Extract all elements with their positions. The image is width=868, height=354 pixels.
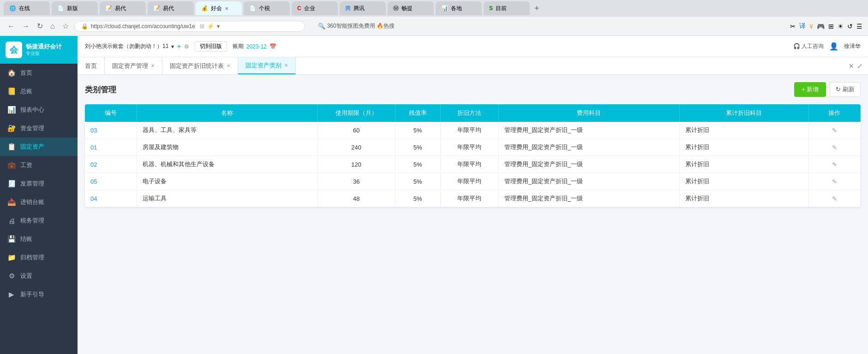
back-button[interactable]: ← [6,20,17,32]
support-link[interactable]: 🎧 人工咨询 [793,42,824,50]
tab-close-4[interactable]: ✕ [225,6,228,11]
maximize-icon[interactable]: ⤢ [857,62,862,70]
sidebar-item-purchase-sales[interactable]: 📥 进销台账 [0,193,78,211]
reload-button[interactable]: ↻ [35,20,45,32]
bookmark-button[interactable]: ☆ [60,20,71,32]
url-display: https://cloud.chanjet.com/accounting/uw1… [91,23,195,30]
scissors-icon[interactable]: ✂ [790,23,796,30]
sidebar-item-invoice[interactable]: 🧾 发票管理 [0,174,78,193]
grid-icon[interactable]: ⊞ [828,23,834,30]
user-name: 刘小艳演示账套（勿删勿动！）11 [85,42,168,50]
tab-depreciation-stats[interactable]: 固定资产折旧统计表 ✕ [162,57,238,74]
table-row: 01 房屋及建筑物 240 5% 年限平均 管理费用_固定资产折旧_一级 累计折… [85,139,861,156]
table-body: 03 器具、工具、家具等 60 5% 年限平均 管理费用_固定资产折旧_一级 累… [85,122,861,207]
brightness-icon[interactable]: ☀ [838,23,844,30]
tax-icon: 🖨 [7,217,16,225]
sidebar-menu: 🏠 首页 📒 总账 📊 报表中心 🔐 资金管理 📋 固定资产 💼 工资 [0,64,78,354]
expand-icon: ⊞ [200,23,204,30]
col-header-accum: 累计折旧科目 [679,104,808,122]
sidebar-logo: 会 畅捷通好会计 专业版 [0,36,78,64]
browser-tab-0[interactable]: 🌐 在线 [4,1,50,15]
dropdown-icon[interactable]: ▾ [217,23,220,30]
account-settings-icon[interactable]: ⚙ [184,43,189,50]
sidebar-item-ledger[interactable]: 📒 总账 [0,82,78,101]
edit-icon-3[interactable]: ✎ [832,178,837,185]
edit-icon-4[interactable]: ✎ [832,195,837,202]
sidebar-item-settings[interactable]: ⚙ 设置 [0,267,78,285]
sidebar-item-reports[interactable]: 📊 报表中心 [0,101,78,119]
sidebar-item-payroll[interactable]: 💼 工资 [0,156,78,174]
close-tab-icon[interactable]: ✕ [849,62,854,70]
col-header-period: 使用期限（月） [317,104,395,122]
tab-close-depreciation-stats[interactable]: ✕ [227,63,230,68]
tab-label-2: 易代 [115,5,126,12]
lightning-icon: ⚡ [207,23,214,30]
browser-tab-9[interactable]: 📊 各地 [436,1,482,15]
main-content: 刘小艳演示账套（勿删勿动！）11 ▾ + ⚙ 切到旧版 账期 2023-12 📅… [78,36,868,354]
tab-home[interactable]: 首页 [78,57,105,74]
tab-asset-category[interactable]: 固定资产类别 ✕ [238,57,296,74]
browser-tab-2[interactable]: 📝 易代 [100,1,146,15]
sidebar-item-closing[interactable]: 💾 结账 [0,230,78,248]
refresh-button[interactable]: ↻ 刷新 [830,82,861,97]
tab-close-fixed-asset-mgmt[interactable]: ✕ [151,63,155,68]
home-button[interactable]: ⌂ [48,20,57,32]
tab-icon-5: 📄 [249,5,256,12]
sidebar-label-closing: 结账 [20,235,32,243]
new-tab-button[interactable]: + [534,4,539,13]
undo-icon[interactable]: ↺ [847,23,853,30]
sidebar-item-tutorial[interactable]: ▶ 新手引导 [0,285,78,304]
tab-close-asset-category[interactable]: ✕ [284,63,288,68]
header-actions: + 新增 ↻ 刷新 [794,82,861,97]
table-row: 03 器具、工具、家具等 60 5% 年限平均 管理费用_固定资产折旧_一级 累… [85,122,861,139]
tutorial-icon: ▶ [7,290,16,299]
logo-icon: 会 [6,42,22,58]
calendar-icon[interactable]: 📅 [269,43,276,50]
settings-icon: ⚙ [7,272,16,280]
row-2-action: ✎ [808,156,860,173]
col-header-expense: 费用科目 [498,104,679,122]
edit-icon-2[interactable]: ✎ [832,161,837,168]
user-info: 刘小艳演示账套（勿删勿动！）11 ▾ + ⚙ [85,42,189,51]
table-row: 04 运输工具 48 5% 年限平均 管理费用_固定资产折旧_一级 累计折旧 ✎ [85,190,861,207]
browser-tab-1[interactable]: 📄 新版 [52,1,98,15]
add-button[interactable]: + 新增 [794,82,826,97]
sidebar-label-tutorial: 新手引导 [20,290,44,299]
add-account-icon[interactable]: + [177,42,181,51]
currency-icon[interactable]: ¥ [809,23,813,30]
browser-tab-3[interactable]: 📝 易代 [148,1,194,15]
row-1-code: 01 [85,139,137,156]
edit-icon-1[interactable]: ✎ [832,144,837,151]
browser-tab-7[interactable]: 腾 腾讯 [340,1,386,15]
sidebar-item-funds[interactable]: 🔐 资金管理 [0,119,78,138]
switch-to-old-btn[interactable]: 切到旧版 [195,41,227,52]
row-2-name: 机器、机械和其他生产设备 [137,156,317,173]
address-bar[interactable]: 🔒 https://cloud.chanjet.com/accounting/u… [74,21,305,32]
payroll-icon: 💼 [7,161,16,169]
row-0-expense: 管理费用_固定资产折旧_一级 [498,122,679,139]
toolbar-icons: ✂ 译 ¥ 🎮 ⊞ ☀ ↺ ☰ [790,22,862,30]
tab-icon-2: 📝 [105,5,112,12]
sidebar-item-home[interactable]: 🏠 首页 [0,64,78,82]
sidebar-item-fixed-assets[interactable]: 📋 固定资产 [0,138,78,156]
sidebar-label-fixed-assets: 固定资产 [20,143,44,151]
row-1-action: ✎ [808,139,860,156]
browser-tab-4[interactable]: 💰 好会 ✕ [196,1,242,15]
translate-icon[interactable]: 译 [799,22,806,30]
forward-button[interactable]: → [20,20,31,32]
row-1-name: 房屋及建筑物 [137,139,317,156]
user-dropdown-icon[interactable]: ▾ [171,43,174,50]
menu-icon[interactable]: ☰ [856,23,862,30]
col-header-method: 折旧方法 [440,104,498,122]
edit-icon-0[interactable]: ✎ [832,127,837,134]
browser-tab-8[interactable]: Ⓜ 畅提 [388,1,434,15]
sidebar-item-tax[interactable]: 🖨 税务管理 [0,211,78,230]
tab-icon-4: 💰 [201,5,208,12]
reports-icon: 📊 [7,106,16,114]
sidebar-item-archive[interactable]: 📁 归档管理 [0,248,78,267]
browser-tab-10[interactable]: S 目前 [484,1,530,15]
game-icon[interactable]: 🎮 [817,23,825,30]
browser-tab-5[interactable]: 📄 个税 [244,1,290,15]
tab-fixed-asset-mgmt[interactable]: 固定资产管理 ✕ [105,57,162,74]
browser-tab-6[interactable]: C 企业 [292,1,338,15]
